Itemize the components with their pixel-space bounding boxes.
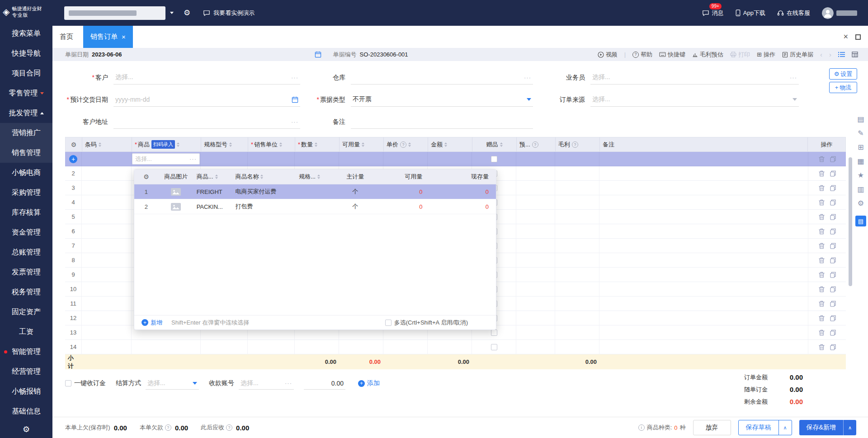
col-barcode[interactable]: 条码 — [82, 137, 132, 151]
list-view-icon[interactable] — [838, 52, 845, 57]
save-and-new-button[interactable]: 保存&新增 ∧ — [799, 420, 856, 435]
online-service-link[interactable]: 在线客服 — [777, 9, 810, 17]
col-price[interactable]: 单价? — [384, 137, 428, 151]
ellipsis-icon[interactable]: ··· — [285, 380, 292, 386]
popup-col-spec[interactable]: 规格... — [299, 173, 332, 181]
delete-row-button[interactable] — [819, 199, 825, 206]
col-qty[interactable]: *数量 — [295, 137, 340, 151]
sidebar-item-14[interactable]: 税务管理 — [0, 282, 52, 302]
save-draft-button[interactable]: 保存草稿 ∧ — [738, 420, 792, 435]
hotkey-link[interactable]: 快捷键 — [659, 51, 685, 59]
sort-icon[interactable] — [260, 174, 263, 179]
delete-row-button[interactable] — [819, 156, 825, 162]
ellipsis-icon[interactable]: ··· — [524, 74, 531, 81]
delete-row-button[interactable] — [819, 272, 825, 278]
product-select-input[interactable]: 选择... ··· — [132, 153, 200, 165]
col-spec[interactable]: 规格型号 — [201, 137, 248, 151]
org-selector[interactable] — [64, 6, 165, 20]
multi-select-checkbox[interactable] — [385, 320, 392, 326]
maximize-icon[interactable] — [855, 34, 861, 40]
caret-up-icon[interactable]: ∧ — [844, 425, 856, 431]
delete-row-button[interactable] — [819, 301, 825, 307]
sort-icon[interactable] — [444, 142, 447, 147]
settings-icon[interactable]: ⚙ — [858, 200, 864, 207]
invoice-type-select[interactable]: 不开票 — [351, 93, 533, 107]
settings-button[interactable]: ⚙设置 — [829, 68, 857, 80]
edit-icon[interactable]: ✎ — [858, 130, 863, 137]
sort-icon[interactable] — [99, 142, 101, 147]
order-source-select[interactable]: 选择... — [590, 93, 799, 107]
logistics-button[interactable]: +物流 — [829, 82, 857, 93]
user-account[interactable] — [822, 7, 857, 19]
print-link[interactable]: 打印 — [730, 51, 750, 59]
copy-row-button[interactable] — [830, 272, 836, 278]
copy-row-button[interactable] — [830, 185, 836, 191]
sort-icon[interactable] — [279, 142, 282, 147]
receipt-account-select[interactable]: 选择... ··· — [239, 377, 294, 390]
sort-icon[interactable] — [215, 174, 218, 179]
sidebar-item-4[interactable]: 零售管理 — [0, 83, 52, 103]
sidebar-settings-gear-icon[interactable]: ⚙ — [0, 424, 52, 434]
settlement-method-select[interactable]: 选择... — [146, 377, 199, 390]
gift-checkbox[interactable] — [491, 330, 497, 336]
sort-icon[interactable] — [229, 142, 232, 147]
sidebar-item-11[interactable]: 资金管理 — [0, 222, 52, 242]
sidebar-item-16[interactable]: 工资 — [0, 322, 52, 342]
sidebar-item-17[interactable]: 智能管理 — [0, 342, 52, 362]
delete-row-button[interactable] — [819, 228, 825, 235]
add-payment-button[interactable]: + 添加 — [358, 379, 380, 387]
app-download-link[interactable]: App下载 — [736, 9, 765, 17]
add-row-button[interactable]: + — [69, 155, 77, 163]
sidebar-item-10[interactable]: 库存核算 — [0, 203, 52, 222]
sidebar-item-6[interactable]: 营销推广 — [0, 123, 52, 143]
deposit-amount-input[interactable]: 0.00 — [304, 377, 345, 390]
sort-icon[interactable] — [315, 142, 317, 147]
sort-icon[interactable] — [408, 142, 411, 147]
multi-select-toggle[interactable]: 多选(Crtl+Shift+A 启用/取消) — [385, 319, 468, 327]
tab-sales-order[interactable]: 销售订单 × — [83, 26, 133, 48]
col-gift[interactable]: 赠品 — [472, 137, 517, 151]
copy-row-button[interactable] — [830, 286, 836, 292]
sort-icon[interactable] — [500, 142, 503, 147]
sidebar-item-13[interactable]: 发票管理 — [0, 262, 52, 282]
grid-row-14[interactable]: 14 — [65, 340, 846, 354]
remark-input[interactable] — [351, 115, 533, 129]
profit-estimate-link[interactable]: 毛利预估 — [692, 51, 723, 59]
col-amount[interactable]: 金额 — [428, 137, 472, 151]
delete-row-button[interactable] — [819, 286, 825, 292]
copy-row-button[interactable] — [830, 315, 836, 321]
copy-row-button[interactable] — [830, 257, 836, 264]
grid-scrollbar[interactable] — [849, 157, 852, 286]
sidebar-item-2[interactable]: 快捷导航 — [0, 43, 52, 63]
copy-row-button[interactable] — [830, 156, 836, 162]
col-product[interactable]: *商品扫码录入 — [132, 137, 201, 151]
ellipsis-icon[interactable]: ··· — [291, 74, 298, 81]
delete-row-button[interactable] — [819, 257, 825, 264]
customer-select[interactable]: 选择... ··· — [113, 71, 300, 85]
layers-icon[interactable]: ▥ — [857, 186, 864, 193]
chevron-down-icon[interactable] — [527, 98, 531, 101]
sidebar-item-8[interactable]: 小畅电商 — [0, 163, 52, 183]
star-icon[interactable]: ★ — [858, 172, 864, 179]
chevron-down-icon[interactable] — [193, 382, 197, 385]
copy-row-button[interactable] — [830, 330, 836, 336]
next-doc-icon[interactable]: › — [829, 51, 831, 58]
col-unit[interactable]: *销售单位 — [248, 137, 295, 151]
customer-address-input[interactable]: ··· — [113, 115, 300, 129]
copy-row-button[interactable] — [830, 214, 836, 220]
help-link[interactable]: ? 帮助 — [632, 51, 652, 59]
delete-row-button[interactable] — [819, 344, 825, 350]
copy-row-button[interactable] — [830, 243, 836, 249]
ellipsis-icon[interactable]: ··· — [790, 74, 797, 81]
operate-link[interactable]: ⊞ 操作 — [757, 51, 775, 59]
tab-close-icon[interactable]: × — [122, 33, 126, 40]
gear-icon[interactable]: ⚙ — [184, 8, 190, 18]
sidebar-item-5[interactable]: 批发管理 — [0, 103, 52, 123]
sidebar-item-18[interactable]: 经营管理 — [0, 362, 52, 381]
copy-row-button[interactable] — [830, 228, 836, 235]
sidebar-item-3[interactable]: 项目合同 — [0, 63, 52, 83]
notes-icon[interactable]: ▤ — [857, 116, 864, 123]
column-settings-gear-icon[interactable]: ⚙ — [71, 141, 77, 148]
sidebar-item-15[interactable]: 固定资产 — [0, 302, 52, 322]
chevron-down-icon[interactable] — [170, 12, 174, 14]
